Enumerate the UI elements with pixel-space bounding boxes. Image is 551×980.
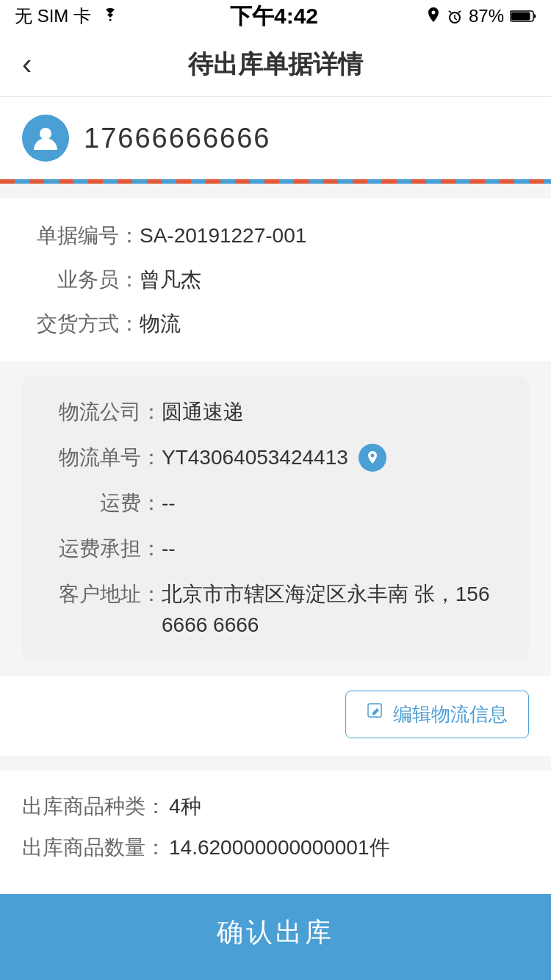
delivery-method-label: 交货方式：: [22, 309, 140, 339]
logistics-company-value: 圆通速递: [162, 397, 507, 428]
sales-person-value: 曾凡杰: [140, 264, 529, 295]
edit-logistics-button[interactable]: 编辑物流信息: [345, 691, 529, 738]
goods-type-value: 4种: [169, 793, 529, 821]
edit-icon: [367, 702, 386, 727]
status-bar-time: 下午4:42: [230, 1, 318, 32]
tracking-no-text: YT43064053424413: [162, 442, 348, 473]
nav-bar: ‹ 待出库单据详情: [0, 32, 551, 97]
sales-person-row: 业务员： 曾凡杰: [22, 264, 529, 295]
confirm-btn-container[interactable]: 确认出库: [0, 894, 551, 980]
address-label: 客户地址：: [44, 579, 162, 610]
edit-btn-row: 编辑物流信息: [0, 676, 551, 756]
page-title: 待出库单据详情: [188, 48, 363, 82]
freight-value: --: [162, 488, 507, 519]
address-row: 客户地址： 北京市市辖区海淀区永丰南 张，156 6666 6666: [44, 579, 507, 641]
customer-header: 17666666666: [0, 97, 551, 179]
section-gap-1: [0, 184, 551, 198]
document-no-row: 单据编号： SA-20191227-001: [22, 220, 529, 251]
freight-bearer-value: --: [162, 533, 507, 564]
back-button[interactable]: ‹: [22, 40, 39, 88]
goods-type-label: 出库商品种类：: [22, 793, 169, 821]
order-info-card: 单据编号： SA-20191227-001 业务员： 曾凡杰 交货方式： 物流: [0, 198, 551, 361]
confirm-button-label[interactable]: 确认出库: [0, 915, 551, 951]
battery-percent: 87%: [469, 6, 504, 26]
svg-point-3: [40, 128, 51, 140]
customer-phone: 17666666666: [84, 123, 270, 154]
logistics-company-label: 物流公司：: [44, 397, 162, 428]
alarm-icon: [447, 7, 463, 25]
address-value: 北京市市辖区海淀区永丰南 张，156 6666 6666: [162, 579, 507, 641]
tracking-no-label: 物流单号：: [44, 442, 162, 473]
person-icon: [31, 123, 60, 153]
battery-icon: [510, 10, 536, 23]
goods-quantity-label: 出库商品数量：: [22, 834, 169, 862]
customer-avatar: [22, 115, 69, 162]
status-bar: 无 SIM 卡 下午4:42 87%: [0, 0, 551, 32]
delivery-method-value: 物流: [140, 309, 529, 339]
status-bar-left: 无 SIM 卡: [15, 4, 122, 28]
map-pin-icon: [364, 450, 381, 466]
freight-bearer-row: 运费承担： --: [44, 533, 507, 564]
tracking-no-row: 物流单号： YT43064053424413: [44, 442, 507, 473]
document-no-label: 单据编号：: [22, 220, 140, 251]
goods-quantity-value: 14.620000000000001件: [169, 834, 529, 862]
wifi-icon: [98, 8, 122, 24]
goods-quantity-row: 出库商品数量： 14.620000000000001件: [22, 834, 529, 862]
edit-btn-label: 编辑物流信息: [393, 702, 508, 727]
section-gap-2: [0, 756, 551, 771]
tracking-no-value: YT43064053424413: [162, 442, 507, 473]
freight-label: 运费：: [44, 488, 162, 519]
pencil-icon: [367, 702, 386, 721]
delivery-method-row: 交货方式： 物流: [22, 309, 529, 339]
sales-person-label: 业务员：: [22, 264, 140, 295]
freight-row: 运费： --: [44, 488, 507, 519]
goods-type-row: 出库商品种类： 4种: [22, 793, 529, 821]
document-no-value: SA-20191227-001: [140, 220, 529, 251]
freight-bearer-label: 运费承担：: [44, 533, 162, 564]
logistics-company-row: 物流公司： 圆通速递: [44, 397, 507, 428]
status-bar-right: 87%: [426, 6, 536, 26]
goods-card: 出库商品种类： 4种 出库商品数量： 14.620000000000001件: [0, 771, 551, 884]
tracking-location-icon[interactable]: [359, 444, 386, 472]
carrier-text: 无 SIM 卡: [15, 4, 91, 28]
location-status-icon: [426, 7, 441, 25]
logistics-card: 物流公司： 圆通速递 物流单号： YT43064053424413 运费： --…: [22, 376, 529, 661]
svg-rect-2: [511, 12, 530, 21]
